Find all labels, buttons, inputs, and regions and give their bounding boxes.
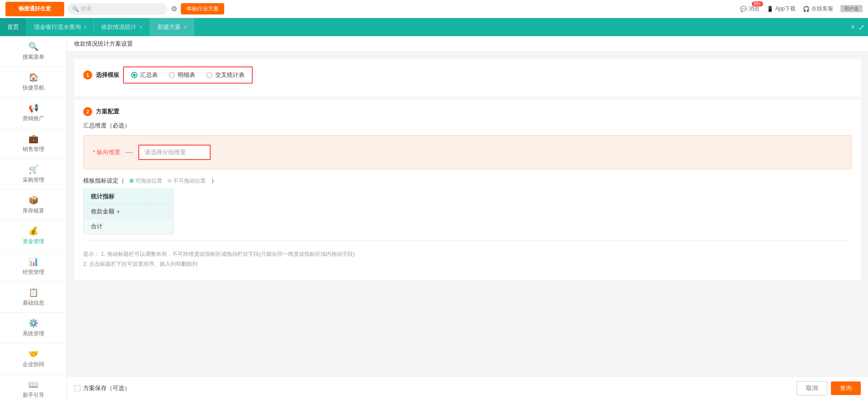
sidebar-item-basic-info[interactable]: 📋 基础信息 [0, 282, 66, 313]
nav-tabs: 首页 现金银行流水查询 × 收款情况统计 × 新建方案 × × ⤢ [0, 18, 868, 36]
template-options: 汇总表 明细表 交叉统计表 [123, 66, 253, 84]
top-bar-actions: 💬 消息 99+ 📱 App下载 🎧 在线客服 用户名 [740, 5, 863, 13]
save-checkbox[interactable] [74, 385, 80, 391]
metrics-table: 统计指标 收款金额 ▾ 合计 [83, 188, 174, 235]
drag-indicator-movable: 可拖动位置 [130, 177, 162, 185]
radio-dot-detail [169, 72, 175, 78]
sidebar-item-inventory[interactable]: 📦 库存核算 [0, 190, 66, 221]
footer-actions: 取消 查询 [797, 381, 861, 395]
radio-cross[interactable]: 交叉统计表 [206, 71, 245, 79]
app-logo: 畅捷通好生意 [5, 2, 64, 16]
top-bar: 畅捷通好生意 🔍 搜索 ⚙ 体验行业方案 💬 消息 99+ 📱 App下载 🎧 … [0, 0, 868, 18]
support-btn[interactable]: 🎧 在线客服 [803, 5, 833, 13]
hint-2: 2. 点击标题栏下拉可设置排序、插入列和删除列 [83, 259, 852, 269]
guide-icon: 📖 [28, 380, 38, 390]
search-bar[interactable]: 🔍 搜索 [68, 3, 167, 15]
management-icon: 📊 [28, 257, 38, 267]
inventory-icon: 📦 [28, 195, 38, 205]
hints-section: 提示： 1. 拖动标题栏可以调整布局，不可跨维度或指标区域拖动栏目字段(只能在同… [83, 246, 852, 273]
sidebar-item-nav[interactable]: 🏠 快捷导航 [0, 67, 66, 98]
metrics-sub-header[interactable]: 收款金额 ▾ [84, 204, 173, 218]
radio-dot-cross [206, 72, 212, 78]
marketing-icon: 📢 [28, 103, 38, 113]
step1-title: 选择模板 [96, 71, 119, 79]
settings-panel: 1 选择模板 汇总表 明细表 交叉统计表 [67, 52, 868, 376]
dimension-area: * 纵向维度 — 请选择分组维度 [83, 135, 852, 169]
dimension-selector[interactable]: 请选择分组维度 [138, 145, 211, 160]
metrics-body: 合计 [84, 218, 173, 234]
step2-title: 方案配置 [96, 108, 119, 116]
step1-number: 1 [83, 71, 92, 80]
finance-icon: 💰 [28, 226, 38, 236]
radio-detail[interactable]: 明细表 [169, 71, 195, 79]
tab-home[interactable]: 首页 [0, 18, 27, 36]
dimension-label: * 纵向维度 [93, 148, 120, 156]
metrics-label: 模板指标设定（ 可拖动位置 不可拖动位置 ） [83, 177, 852, 185]
step2-header: 2 方案配置 [83, 107, 852, 116]
drag-indicator-fixed: 不可拖动位置 [168, 177, 206, 185]
window-expand-icon[interactable]: ⤢ [859, 23, 864, 32]
radio-summary[interactable]: 汇总表 [131, 71, 158, 79]
window-controls: × ⤢ [851, 23, 868, 32]
sidebar-item-sales[interactable]: 💼 销售管理 [0, 128, 66, 159]
gear-icon[interactable]: ⚙ [171, 5, 177, 13]
home-icon: 🏠 [28, 72, 38, 82]
metrics-header: 统计指标 [84, 189, 173, 204]
download-btn[interactable]: 📱 App下载 [767, 5, 796, 13]
tab-close-icon[interactable]: × [139, 24, 142, 30]
step2-section: 2 方案配置 汇总维度（必选） * 纵向维度 — 请选择分组维度 [74, 100, 861, 280]
bottom-bar: 方案保存（可选） 取消 查询 [67, 376, 868, 400]
sidebar-item-search[interactable]: 🔍 搜索菜单 [0, 36, 66, 67]
sidebar-item-purchase[interactable]: 🛒 采购管理 [0, 159, 66, 190]
metrics-header-cell[interactable]: 统计指标 [84, 189, 147, 204]
dimension-row: * 纵向维度 — 请选择分组维度 [93, 145, 842, 160]
tab-new-plan[interactable]: 新建方案 × [150, 18, 194, 36]
step2-number: 2 [83, 107, 92, 116]
message-btn[interactable]: 💬 消息 99+ [740, 5, 760, 13]
metrics-dropdown-arrow: ▾ [117, 209, 119, 214]
step1-section: 1 选择模板 汇总表 明细表 交叉统计表 [74, 59, 861, 96]
sidebar-item-marketing[interactable]: 📢 营销推广 [0, 98, 66, 128]
save-checkbox-area[interactable]: 方案保存（可选） [74, 384, 130, 392]
cancel-button[interactable]: 取消 [797, 381, 827, 395]
page-header: 收款情况统计方案设置 [67, 36, 868, 52]
tab-cash-bank[interactable]: 现金银行流水查询 × [27, 18, 94, 36]
main-layout: 🔍 搜索菜单 🏠 快捷导航 📢 营销推广 💼 销售管理 🛒 采购管理 📦 库存核… [0, 36, 868, 400]
sidebar-item-enterprise[interactable]: 🤝 企业协同 [0, 344, 66, 374]
user-info: 用户名 [840, 5, 863, 12]
dimension-arrow: — [126, 148, 133, 156]
sidebar-item-system[interactable]: ⚙️ 系统管理 [0, 313, 66, 344]
sidebar-item-guide[interactable]: 📖 新手引导 [0, 374, 66, 400]
step1-header: 1 选择模板 汇总表 明细表 交叉统计表 [83, 66, 852, 84]
query-button[interactable]: 查询 [831, 381, 861, 395]
system-icon: ⚙️ [28, 318, 38, 328]
sales-icon: 💼 [28, 134, 38, 144]
metrics-table-area: 统计指标 收款金额 ▾ 合计 [83, 188, 174, 235]
drag-dot-teal [130, 179, 133, 183]
drag-dot-grey [168, 179, 171, 183]
industry-btn[interactable]: 体验行业方案 [181, 3, 224, 14]
hint-1: 提示： 1. 拖动标题栏可以调整布局，不可跨维度或指标区域拖动栏目字段(只能在同… [83, 249, 852, 259]
window-close-icon[interactable]: × [851, 23, 855, 31]
dimension-title: 汇总维度（必选） [83, 122, 852, 130]
content-area: 收款情况统计方案设置 1 选择模板 汇总表 明细表 [67, 36, 868, 400]
sidebar: 🔍 搜索菜单 🏠 快捷导航 📢 营销推广 💼 销售管理 🛒 采购管理 📦 库存核… [0, 36, 67, 400]
dimension-section: 汇总维度（必选） * 纵向维度 — 请选择分组维度 [83, 122, 852, 169]
metrics-body-cell: 合计 [84, 218, 173, 234]
tab-collections[interactable]: 收款情况统计 × [94, 18, 150, 36]
sidebar-item-management[interactable]: 📊 经营管理 [0, 251, 66, 282]
search-icon: 🔍 [28, 42, 38, 52]
purchase-icon: 🛒 [28, 165, 38, 174]
metrics-section: 模板指标设定（ 可拖动位置 不可拖动位置 ） [83, 177, 852, 235]
tab-close-icon[interactable]: × [184, 24, 186, 30]
divider [83, 240, 852, 240]
sidebar-item-finance[interactable]: 💰 资金管理 [0, 221, 66, 251]
tab-close-icon[interactable]: × [84, 24, 86, 30]
basic-info-icon: 📋 [28, 287, 38, 297]
radio-dot-summary [131, 72, 137, 78]
enterprise-icon: 🤝 [28, 349, 38, 359]
